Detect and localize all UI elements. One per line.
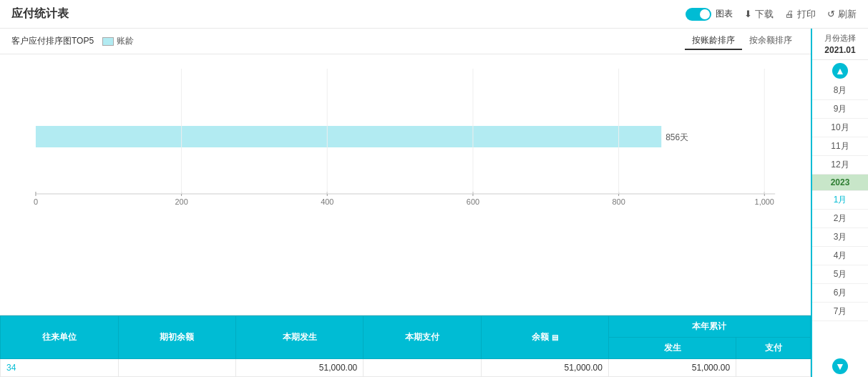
sidebar-month-item[interactable]: 7月 — [812, 303, 868, 321]
th-balance: 余额 ▤ — [481, 316, 608, 359]
svg-text:0: 0 — [34, 197, 38, 206]
bar-chart: 34 856天 0 200 400 600 — [29, 62, 796, 219]
table-area: 往来单位 期初余额 本期发生 本期支付 余额 ▤ 本年累计 发生 — [0, 315, 811, 377]
th-year-total: 本年累计 — [608, 316, 810, 338]
current-pay-cell — [364, 359, 482, 377]
sidebar-month-item[interactable]: 9月 — [812, 100, 868, 119]
unit-cell[interactable]: 34 — [1, 359, 119, 377]
legend-item-age: 账龄 — [102, 35, 134, 47]
page-title: 应付统计表 — [11, 6, 69, 21]
current-occur-cell: 51,000.00 — [236, 359, 364, 377]
sidebar-month-item[interactable]: 12月 — [812, 156, 868, 175]
balance-cell: 51,000.00 — [481, 359, 608, 377]
header: 应付统计表 图表 ⬇ 下载 🖨 打印 ↺ 刷新 — [0, 0, 868, 29]
chart-container: 34 856天 0 200 400 600 — [0, 54, 811, 315]
year-occur-cell: 51,000.00 — [608, 359, 736, 377]
sort-by-age-button[interactable]: 按账龄排序 — [685, 32, 742, 50]
sidebar-month-item[interactable]: 6月 — [812, 284, 868, 303]
th-current-pay: 本期支付 — [364, 316, 482, 359]
sidebar-month-item[interactable]: 1月 — [812, 191, 868, 210]
refresh-button[interactable]: ↺ 刷新 — [827, 8, 857, 21]
svg-text:400: 400 — [321, 197, 333, 206]
th-opening: 期初余额 — [118, 316, 236, 359]
chart-toggle-wrap: 图表 — [686, 8, 733, 21]
th-year-occur: 发生 — [608, 338, 736, 359]
chart-legend: 客户应付排序图TOP5 账龄 — [11, 35, 134, 47]
data-table: 往来单位 期初余额 本期发生 本期支付 余额 ▤ 本年累计 发生 — [0, 315, 811, 377]
sidebar-month-item[interactable]: 10月 — [812, 119, 868, 137]
sidebar-month-item[interactable]: 2月 — [812, 210, 868, 228]
print-icon: 🖨 — [785, 9, 794, 19]
sidebar-date-value: 2021.01 — [815, 45, 865, 55]
refresh-icon: ↺ — [827, 9, 835, 19]
chart-controls: 客户应付排序图TOP5 账龄 按账龄排序 按余额排序 — [0, 29, 811, 54]
chart-bar — [36, 126, 661, 147]
legend-box — [102, 37, 114, 46]
sidebar-down-arrow[interactable]: ▼ — [812, 356, 868, 377]
legend-label: 账龄 — [117, 35, 134, 47]
sidebar-month-item[interactable]: 2023 — [812, 175, 868, 191]
header-actions: 图表 ⬇ 下载 🖨 打印 ↺ 刷新 — [686, 8, 857, 21]
svg-text:800: 800 — [613, 197, 625, 206]
sidebar-month-item[interactable]: 11月 — [812, 137, 868, 156]
sidebar-up-arrow[interactable]: ▲ — [812, 60, 868, 82]
sort-by-balance-button[interactable]: 按余额排序 — [742, 32, 799, 50]
svg-text:1,000: 1,000 — [755, 197, 774, 206]
sidebar-month-item[interactable]: 8月 — [812, 82, 868, 100]
sort-buttons: 按账龄排序 按余额排序 — [685, 32, 799, 50]
svg-text:600: 600 — [467, 197, 479, 206]
main-content: 客户应付排序图TOP5 账龄 按账龄排序 按余额排序 34 — [0, 29, 868, 377]
year-pay-cell — [736, 359, 811, 377]
sidebar-month-item[interactable]: 5月 — [812, 265, 868, 284]
app-container: 应付统计表 图表 ⬇ 下载 🖨 打印 ↺ 刷新 — [0, 0, 868, 377]
th-year-pay: 支付 — [736, 338, 811, 359]
svg-text:200: 200 — [175, 197, 187, 206]
opening-cell — [118, 359, 236, 377]
print-button[interactable]: 🖨 打印 — [785, 8, 816, 21]
sidebar-header: 月份选择 2021.01 — [812, 29, 868, 60]
table-row: 34 51,000.00 51,000.00 51,000.00 — [1, 359, 811, 377]
chart-legend-title: 客户应付排序图TOP5 — [11, 35, 94, 47]
th-current-occur: 本期发生 — [236, 316, 364, 359]
down-arrow-icon: ▼ — [832, 358, 848, 374]
right-sidebar: 月份选择 2021.01 ▲ 8月9月10月11月12月20231月2月3月4月… — [811, 29, 868, 377]
download-button[interactable]: ⬇ 下载 — [744, 8, 774, 21]
chart-toggle[interactable] — [686, 8, 711, 21]
sidebar-month-item[interactable]: 3月 — [812, 228, 868, 247]
up-arrow-icon: ▲ — [832, 63, 848, 79]
sidebar-month-list: 8月9月10月11月12月20231月2月3月4月5月6月7月 — [812, 82, 868, 356]
th-unit: 往来单位 — [1, 316, 119, 359]
sidebar-month-item[interactable]: 4月 — [812, 247, 868, 265]
sidebar-year-label: 月份选择 — [815, 33, 865, 45]
svg-text:856天: 856天 — [665, 132, 688, 142]
chart-area: 客户应付排序图TOP5 账龄 按账龄排序 按余额排序 34 — [0, 29, 811, 377]
chart-toggle-label: 图表 — [716, 8, 733, 20]
download-icon: ⬇ — [744, 9, 752, 19]
